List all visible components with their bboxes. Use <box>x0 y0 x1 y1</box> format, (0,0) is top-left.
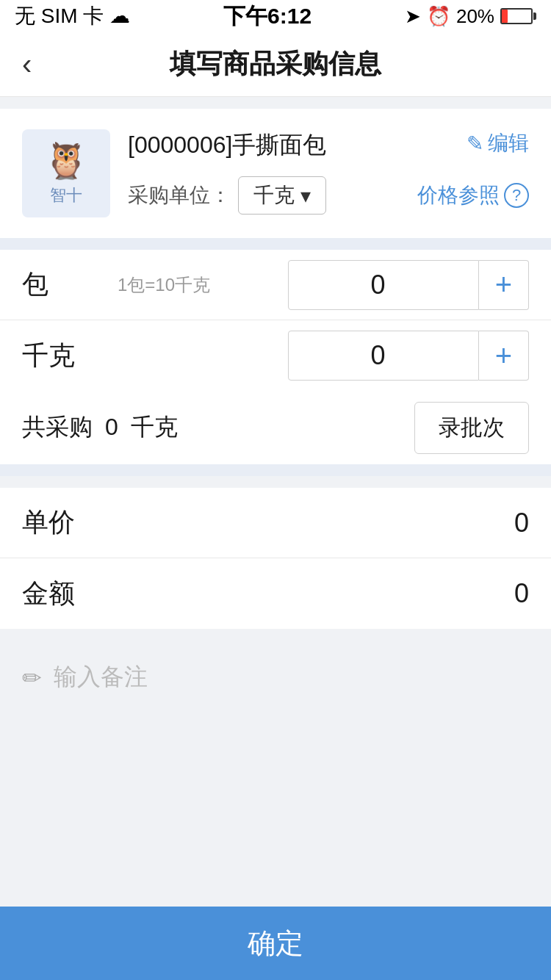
total-section: 共采购 0 千克 录批次 <box>0 391 551 464</box>
unit-price-row: 单价 0 <box>0 488 551 558</box>
section-divider-1 <box>0 238 551 250</box>
unit-value: 千克 <box>253 181 295 209</box>
kg-input-right: + <box>288 331 529 381</box>
section-divider-2 <box>0 464 551 476</box>
total-unit: 千克 <box>131 414 178 440</box>
total-prefix: 共采购 <box>22 414 93 440</box>
product-name: [0000006]手撕面包 <box>128 129 326 162</box>
content: 🦉 智十 [0000006]手撕面包 ✎ 编辑 采购单位： 千克 ▾ <box>0 109 551 979</box>
price-ref-label: 价格参照 <box>417 181 500 209</box>
amount-label: 金额 <box>22 576 75 612</box>
product-unit-row: 采购单位： 千克 ▾ 价格参照 ? <box>128 176 529 215</box>
alarm-icon: ⏰ <box>427 5 450 28</box>
unit-select[interactable]: 千克 ▾ <box>238 176 326 215</box>
product-logo-text: 智十 <box>50 184 82 206</box>
status-left: 无 SIM 卡 ☁ <box>15 2 130 30</box>
edit-label: 编辑 <box>488 129 529 157</box>
product-header: [0000006]手撕面包 ✎ 编辑 <box>128 129 529 162</box>
back-button[interactable]: ‹ <box>22 48 32 81</box>
nav-bar: ‹ 填写商品采购信息 <box>0 32 551 97</box>
location-icon: ➤ <box>405 5 421 28</box>
edit-icon: ✎ <box>467 131 483 156</box>
product-thumbnail: 🦉 智十 <box>22 129 110 217</box>
pencil-icon: ✏ <box>22 664 42 692</box>
product-card: 🦉 智十 [0000006]手撕面包 ✎ 编辑 采购单位： 千克 ▾ <box>0 109 551 238</box>
page-title: 填写商品采购信息 <box>170 46 381 82</box>
bao-plus-button[interactable]: + <box>479 260 529 310</box>
confirm-button[interactable]: 确定 <box>0 907 551 980</box>
battery-percent: 20% <box>456 5 494 28</box>
status-bar: 无 SIM 卡 ☁ 下午6:12 ➤ ⏰ 20% <box>0 0 551 32</box>
kg-input-row: 千克 + <box>0 320 551 391</box>
status-time: 下午6:12 <box>223 1 311 32</box>
total-value: 0 <box>105 414 118 440</box>
note-section[interactable]: ✏ 输入备注 <box>0 641 551 905</box>
record-batch-button[interactable]: 录批次 <box>414 402 529 454</box>
bao-input[interactable] <box>288 260 479 310</box>
dropdown-icon: ▾ <box>300 184 311 208</box>
edit-button[interactable]: ✎ 编辑 <box>467 129 529 157</box>
quantity-input-section: 包 1包=10千克 + 千克 + <box>0 250 551 391</box>
amount-row: 金额 0 <box>0 558 551 629</box>
price-ref-help-icon: ? <box>504 183 529 208</box>
unit-label: 采购单位： <box>128 181 231 209</box>
bao-sublabel: 1包=10千克 <box>118 273 210 297</box>
bao-label: 包 <box>22 267 110 303</box>
unit-price-label: 单价 <box>22 505 75 541</box>
kg-plus-button[interactable]: + <box>479 331 529 381</box>
note-placeholder: 输入备注 <box>54 661 148 693</box>
kg-label: 千克 <box>22 338 110 374</box>
owl-icon: 🦉 <box>44 140 88 181</box>
price-info-section: 单价 0 金额 0 <box>0 488 551 629</box>
sim-signal: 无 SIM 卡 ☁ <box>15 2 130 30</box>
amount-value: 0 <box>514 578 529 609</box>
status-right: ➤ ⏰ 20% <box>405 5 536 28</box>
total-text: 共采购 0 千克 <box>22 411 178 444</box>
price-ref-button[interactable]: 价格参照 ? <box>417 181 529 209</box>
product-info: [0000006]手撕面包 ✎ 编辑 采购单位： 千克 ▾ 价格参照 ? <box>128 129 529 215</box>
battery-icon <box>500 8 536 24</box>
bao-input-row: 包 1包=10千克 + <box>0 250 551 320</box>
bao-input-right: + <box>288 260 529 310</box>
total-row: 共采购 0 千克 录批次 <box>0 391 551 464</box>
unit-price-value: 0 <box>514 508 529 538</box>
kg-input[interactable] <box>288 331 479 381</box>
